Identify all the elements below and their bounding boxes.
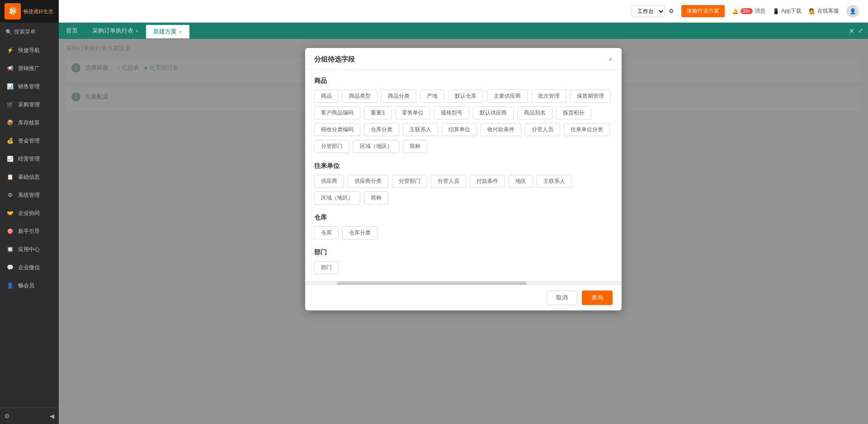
field-tag[interactable]: 仓库 <box>314 226 339 239</box>
sidebar-item-label: 营销推广 <box>18 65 40 72</box>
field-tag[interactable]: 商品类型 <box>342 90 377 103</box>
sidebar-item-enterprise-wx[interactable]: 💬 企业微信 <box>0 258 59 276</box>
field-tag[interactable]: 默认仓库 <box>448 90 483 103</box>
field-tag[interactable]: 分管部门 <box>314 140 349 153</box>
field-tag[interactable]: 重量3 <box>364 106 392 119</box>
field-tag[interactable]: 付款条件 <box>470 175 505 188</box>
sidebar-item-label: 企业微信 <box>18 264 40 272</box>
tab-purchase-label: 采购订单执行表 <box>92 27 133 35</box>
tab-new-plan[interactable]: 新建方案 ✕ <box>146 24 189 38</box>
sidebar-item-quick-nav[interactable]: ⚡ 快捷导航 <box>0 41 59 59</box>
notification-icon: 🔔 <box>732 8 739 14</box>
field-group-partner: 往来单位 供应商 供应商分类 分管部门 分管人员 付款条件 地区 主联系人 区域… <box>314 162 613 205</box>
collapse-button[interactable]: ◀ <box>45 408 59 424</box>
sidebar-item-new-guide[interactable]: 🎯 新手引导 <box>0 222 59 240</box>
online-service-item[interactable]: 💁 在线客服 <box>809 7 839 15</box>
field-tag[interactable]: 供应商分类 <box>348 175 388 188</box>
field-tag[interactable]: 部门 <box>314 261 339 274</box>
operations-icon: 📈 <box>5 154 14 163</box>
logo-icon: 标 <box>5 3 21 19</box>
sidebar-item-inventory[interactable]: 📦 库存核算 <box>0 114 59 132</box>
sidebar-item-finance[interactable]: 💰 资金管理 <box>0 132 59 150</box>
dropdown-area: 工作台 ⚙ <box>632 5 674 17</box>
field-tag[interactable]: 地区 <box>509 175 533 188</box>
field-tag[interactable]: 供应商 <box>314 175 344 188</box>
field-group-department: 部门 部门 <box>314 248 613 274</box>
quick-nav-icon: ⚡ <box>5 46 14 55</box>
confirm-button[interactable]: 查询 <box>582 291 613 305</box>
field-tag[interactable]: 仓库分类 <box>364 123 399 136</box>
field-tags-warehouse: 仓库 仓库分类 <box>314 226 613 239</box>
field-tag[interactable]: 保质期管理 <box>570 90 611 103</box>
field-tag[interactable]: 税收分类编码 <box>314 123 360 136</box>
modal-close-button[interactable]: × <box>609 56 613 64</box>
field-tag[interactable]: 零售单位 <box>395 106 430 119</box>
field-tag[interactable]: 默认供应商 <box>473 106 514 119</box>
experience-btn[interactable]: 体验行业方案 <box>681 5 725 17</box>
enterprise-wx-icon: 💬 <box>5 263 14 272</box>
sidebar-item-sales[interactable]: 📊 销售管理 <box>0 77 59 95</box>
sidebar-item-basic-info[interactable]: 📋 基础信息 <box>0 168 59 186</box>
field-tag[interactable]: 批次管理 <box>531 90 566 103</box>
field-tag[interactable]: 主联系人 <box>537 175 572 188</box>
field-tag[interactable]: 分管人员 <box>431 175 466 188</box>
settings-icon: ⚙ <box>5 413 10 419</box>
field-tag[interactable]: 规格型号 <box>434 106 469 119</box>
field-tag[interactable]: 结算单位 <box>442 123 477 136</box>
notification-item[interactable]: 🔔 99+ 消息 <box>732 7 765 15</box>
collapse-icon: ◀ <box>50 413 54 419</box>
field-tag[interactable]: 商品分类 <box>381 90 416 103</box>
sidebar-item-enterprise[interactable]: 🤝 企业协同 <box>0 204 59 222</box>
content-area: 采购订单执行表方案设置 1 选择模板 ○ 汇总表 ● 交叉统计表 2 方案配置 <box>59 39 868 424</box>
workspace-dropdown[interactable]: 工作台 <box>632 5 665 17</box>
app-download-item[interactable]: 📱 App下载 <box>773 7 802 15</box>
field-tags-partner: 供应商 供应商分类 分管部门 分管人员 付款条件 地区 主联系人 区域（地区） … <box>314 175 613 205</box>
sidebar-item-label: 经营管理 <box>18 155 40 163</box>
sidebar-item-member[interactable]: 👤 畅会员 <box>0 276 59 295</box>
field-tag[interactable]: 分管人员 <box>525 123 560 136</box>
field-tag[interactable]: 产地 <box>420 90 444 103</box>
field-tag[interactable]: 商品 <box>314 90 339 103</box>
tab-home[interactable]: 首页 <box>59 24 85 38</box>
tab-home-label: 首页 <box>66 27 78 35</box>
field-tag[interactable]: 区域（地区） <box>314 191 360 205</box>
tab-purchase-order[interactable]: 采购订单执行表 ✕ <box>85 24 146 38</box>
close-all-icon[interactable]: ✕ <box>849 27 854 35</box>
search-icon: 🔍 <box>5 29 12 35</box>
field-tag[interactable]: 仓库分类 <box>342 226 377 239</box>
sidebar-item-label: 库存核算 <box>18 119 40 127</box>
expand-icon[interactable]: ⤢ <box>858 27 863 35</box>
user-avatar[interactable]: 👤 <box>846 5 859 18</box>
field-tag[interactable]: 往来单位分类 <box>564 123 610 136</box>
sidebar-item-app-center[interactable]: 🔲 应用中心 <box>0 240 59 258</box>
field-tags-product: 商品 商品类型 商品分类 产地 默认仓库 主要供应商 批次管理 保质期管理 客户… <box>314 90 613 153</box>
modal-horizontal-scrollbar[interactable] <box>305 281 622 285</box>
field-tag[interactable]: 客户商品编码 <box>314 106 360 119</box>
sidebar-item-purchase[interactable]: 🛒 采购管理 <box>0 95 59 114</box>
cancel-button[interactable]: 取消 <box>547 291 577 305</box>
logo-text: 畅捷通好生意 <box>24 8 53 14</box>
field-group-product-title: 商品 <box>314 77 613 85</box>
field-tag[interactable]: 商品别名 <box>517 106 552 119</box>
tab-new-plan-label: 新建方案 <box>153 28 177 36</box>
tab-close-icon[interactable]: ✕ <box>135 29 139 33</box>
sidebar-item-label: 系统管理 <box>18 191 40 199</box>
field-tag[interactable]: 简称 <box>403 140 427 153</box>
field-tag[interactable]: 区域（地区） <box>353 140 399 153</box>
field-tag[interactable]: 拣货积分 <box>556 106 591 119</box>
online-service-label: 在线客服 <box>817 7 839 15</box>
modal-footer: 取消 查询 <box>305 285 622 310</box>
modal-body[interactable]: 商品 商品 商品类型 商品分类 产地 默认仓库 主要供应商 批次管理 保质期管理 <box>305 70 622 281</box>
sidebar-item-marketing[interactable]: 📢 营销推广 <box>0 59 59 77</box>
gear-icon[interactable]: ⚙ <box>669 8 674 14</box>
search-menu-button[interactable]: 🔍 搜索菜单 <box>4 26 55 38</box>
sidebar-item-system[interactable]: ⚙ 系统管理 <box>0 186 59 204</box>
field-tag[interactable]: 主要供应商 <box>487 90 528 103</box>
tab-new-plan-close-icon[interactable]: ✕ <box>179 29 182 34</box>
settings-button[interactable]: ⚙ <box>0 408 14 424</box>
field-tag[interactable]: 收付款条件 <box>481 123 521 136</box>
field-tag[interactable]: 分管部门 <box>392 175 427 188</box>
field-tag[interactable]: 主联系人 <box>403 123 438 136</box>
field-tag[interactable]: 简称 <box>364 191 388 205</box>
sidebar-item-operations[interactable]: 📈 经营管理 <box>0 150 59 168</box>
